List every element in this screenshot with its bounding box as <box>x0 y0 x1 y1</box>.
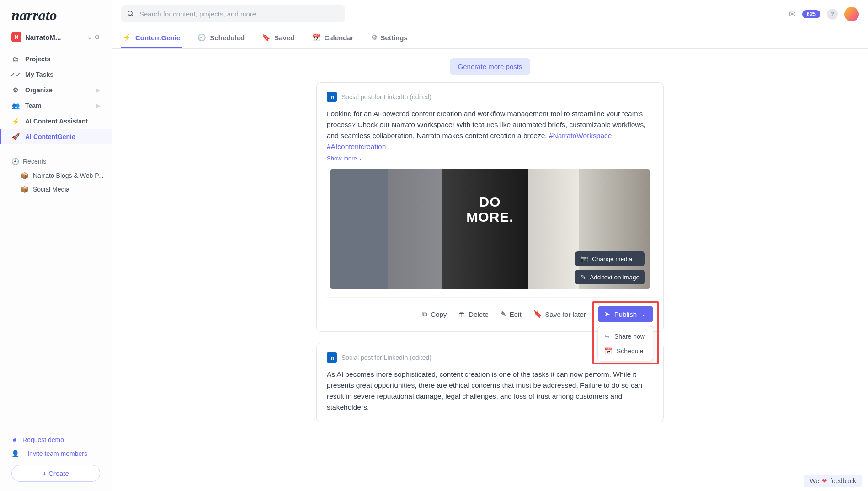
nav-label: Organize <box>25 86 53 94</box>
checkmarks-icon: ✓✓ <box>11 71 20 78</box>
tabs: ⚡ ContentGenie 🕘 Scheduled 🔖 Saved 📅 Cal… <box>112 28 868 49</box>
tab-saved[interactable]: 🔖 Saved <box>260 28 296 48</box>
cube-icon: 📦 <box>21 172 28 179</box>
tab-scheduled[interactable]: 🕘 Scheduled <box>196 28 246 48</box>
sidebar-footer: 🖥 Request demo 👤+ Invite team members + … <box>0 428 112 491</box>
recent-label: Narrato Blogs & Web P... <box>33 172 103 179</box>
edit-button[interactable]: ✎ Edit <box>501 310 522 318</box>
bookmark-icon: 🔖 <box>533 310 542 318</box>
workspace-name: NarratoM... <box>25 33 83 41</box>
briefcase-icon: 🗂 <box>11 55 20 63</box>
monitor-icon: 🖥 <box>11 436 18 443</box>
clock-icon: 🕘 <box>197 33 206 42</box>
generate-more-button[interactable]: Generate more posts <box>450 58 531 75</box>
share-icon: ↪ <box>604 333 610 340</box>
divider <box>0 149 112 149</box>
help-icon[interactable]: ? <box>827 9 838 20</box>
post-card: in Social post for LinkedIn (edited) Loo… <box>316 82 664 332</box>
show-more-link[interactable]: Show more ⌄ <box>327 155 364 162</box>
trash-icon: 🗑 <box>458 310 465 318</box>
tab-contentgenie[interactable]: ⚡ ContentGenie <box>121 28 182 48</box>
chevron-right-icon: ▶ <box>96 103 100 109</box>
person-plus-icon: 👤+ <box>11 450 23 457</box>
post-body: As AI becomes more sophisticated, conten… <box>327 369 653 413</box>
sidebar-item-mytasks[interactable]: ✓✓ My Tasks <box>0 67 112 82</box>
gear-icon: ⚙ <box>371 33 377 42</box>
people-icon: 👥 <box>11 102 20 109</box>
nav-label: Projects <box>25 55 50 63</box>
request-demo-link[interactable]: 🖥 Request demo <box>11 433 100 447</box>
nav-label: AI Content Assistant <box>25 117 88 125</box>
copy-icon: ⧉ <box>422 310 427 318</box>
svg-line-1 <box>132 15 133 16</box>
hashtag[interactable]: #AIcontentcreation <box>327 143 386 150</box>
content-area: Generate more posts in Social post for L… <box>112 49 868 491</box>
svg-point-0 <box>128 11 132 15</box>
nav-label: Team <box>25 102 42 109</box>
search <box>121 5 345 22</box>
chevron-down-icon: ⌄ <box>359 155 364 162</box>
gear-icon[interactable]: ⚙ <box>94 33 100 41</box>
rocket-icon: 🚀 <box>11 133 20 140</box>
chevron-down-icon[interactable]: ⌄ <box>87 33 92 41</box>
sidebar-item-ai-assistant[interactable]: ⚡ AI Content Assistant <box>0 113 112 129</box>
sidebar-item-organize[interactable]: ⚙ Organize ▶ <box>0 82 112 98</box>
post-image: DO MORE. 📷 Change media ✎ Add text on im… <box>330 169 650 289</box>
publish-dropdown: ↪ Share now 📅 Schedule <box>597 326 653 362</box>
notification-badge[interactable]: 625 <box>802 10 820 18</box>
camera-icon: 📷 <box>580 255 588 262</box>
sidebar: narrato N NarratoM... ⌄ ⚙ 🗂 Projects ✓✓ … <box>0 0 112 491</box>
linkedin-icon: in <box>327 92 337 102</box>
topbar: ✉ 625 ? <box>112 0 868 28</box>
hashtag[interactable]: #NarratoWorkspace <box>549 132 612 139</box>
copy-button[interactable]: ⧉ Copy <box>422 310 447 318</box>
chevron-right-icon: ▶ <box>96 87 100 93</box>
publish-button[interactable]: ➤ Publish ⌄ <box>598 306 653 322</box>
tab-settings[interactable]: ⚙ Settings <box>369 28 410 48</box>
pen-icon: ✎ <box>580 273 586 281</box>
schedule-option[interactable]: 📅 Schedule <box>598 344 653 358</box>
search-input[interactable] <box>121 5 345 22</box>
image-overlay-text: DO MORE. <box>466 194 513 224</box>
clock-icon: 🕘 <box>11 158 19 165</box>
sidebar-item-projects[interactable]: 🗂 Projects <box>0 51 112 67</box>
share-now-option[interactable]: ↪ Share now <box>598 329 653 344</box>
tab-calendar[interactable]: 📅 Calendar <box>310 28 355 48</box>
workspace-selector[interactable]: N NarratoM... ⌄ ⚙ <box>0 28 112 46</box>
recent-item[interactable]: 📦 Narrato Blogs & Web P... <box>0 169 112 182</box>
bookmark-icon: 🔖 <box>262 33 271 42</box>
sidebar-item-ai-genie[interactable]: 🚀 AI ContentGenie <box>0 129 112 144</box>
gears-icon: ⚙ <box>11 86 20 94</box>
calendar-icon: 📅 <box>312 33 320 42</box>
nav-label: My Tasks <box>25 71 53 78</box>
send-icon: ➤ <box>604 310 610 318</box>
change-media-button[interactable]: 📷 Change media <box>575 251 645 266</box>
main: ✉ 625 ? ⚡ ContentGenie 🕘 Scheduled 🔖 Sav… <box>112 0 868 491</box>
avatar[interactable] <box>844 7 859 21</box>
create-button[interactable]: + Create <box>11 465 100 482</box>
recent-item[interactable]: 📦 Social Media <box>0 182 112 196</box>
recent-label: Social Media <box>33 186 69 193</box>
bolt-icon: ⚡ <box>123 33 132 42</box>
cube-icon: 📦 <box>21 186 28 193</box>
delete-button[interactable]: 🗑 Delete <box>458 310 488 318</box>
search-icon <box>127 10 134 18</box>
post-type-label: Social post for LinkedIn (edited) <box>341 354 431 361</box>
save-for-later-button[interactable]: 🔖 Save for later <box>533 310 586 318</box>
post-type-label: Social post for LinkedIn (edited) <box>341 93 431 101</box>
envelope-icon[interactable]: ✉ <box>789 9 796 19</box>
heart-icon: ❤ <box>822 477 827 485</box>
bolt-icon: ⚡ <box>11 117 20 125</box>
feedback-widget[interactable]: We ❤ feedback <box>804 475 862 487</box>
add-text-button[interactable]: ✎ Add text on image <box>575 270 645 284</box>
pencil-icon: ✎ <box>501 310 506 318</box>
logo: narrato <box>0 0 112 28</box>
workspace-badge: N <box>11 32 21 42</box>
post-actions: ⧉ Copy 🗑 Delete ✎ Edit 🔖 Save for later <box>327 297 653 322</box>
recents-header: 🕘 Recents <box>0 154 112 169</box>
invite-team-link[interactable]: 👤+ Invite team members <box>11 447 100 460</box>
nav-label: AI ContentGenie <box>25 133 75 140</box>
sidebar-item-team[interactable]: 👥 Team ▶ <box>0 98 112 113</box>
post-body: Looking for an AI-powered content creati… <box>327 108 653 152</box>
calendar-icon: 📅 <box>604 347 612 355</box>
